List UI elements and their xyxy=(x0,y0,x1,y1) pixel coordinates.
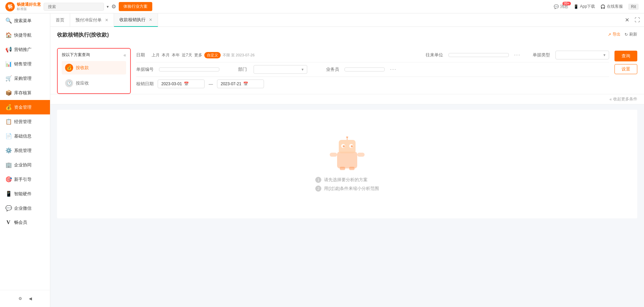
writeoff-date-to[interactable]: 2023-07-21 📅 xyxy=(217,80,264,88)
shortcut-7days[interactable]: 近7天 xyxy=(182,52,192,58)
custom-date-badge[interactable]: 自定义 xyxy=(204,52,221,58)
filter-row-3: 核销日期 2023-03-01 📅 — 2023-07-21 📅 xyxy=(136,77,609,91)
collapse-icon: « xyxy=(609,97,612,102)
sidebar-item-system[interactable]: ⚙️ 系统管理 xyxy=(0,143,50,158)
sidebar-item-enterprise[interactable]: 🏢 企业协同 xyxy=(0,158,50,172)
sidebar-label-sales: 销售管理 xyxy=(14,61,32,67)
date-to-value: 2023-07-21 xyxy=(221,82,241,86)
doc-type-arrow: ▾ xyxy=(603,53,605,57)
collapse-more-label: 收起更多条件 xyxy=(613,96,637,102)
calendar-to-icon: 📅 xyxy=(243,82,248,86)
sidebar-item-wechat[interactable]: 💬 企业微信 xyxy=(0,201,50,215)
svg-rect-10 xyxy=(340,167,345,170)
app-download-item[interactable]: 📱 App下载 xyxy=(574,4,595,9)
top-search-input[interactable] xyxy=(44,3,104,11)
svg-rect-11 xyxy=(349,167,355,170)
filter-option-receivable[interactable]: 🕐 按应收 xyxy=(62,76,126,90)
empty-hint-2: 2 用[过滤]条件来缩小分析范围 xyxy=(315,186,379,192)
top-bar: 畅 畅捷通好生意 标准版 ▾ ⚙ 体验行业方案 💬 消息 99+ 📱 App下载… xyxy=(0,0,644,13)
top-bar-right: 💬 消息 99+ 📱 App下载 🎧 在线客服 Rit xyxy=(554,4,639,10)
message-item[interactable]: 💬 消息 99+ xyxy=(554,4,568,9)
tab-bar-actions: ✕ ⛶ xyxy=(621,15,644,24)
tab-prepay[interactable]: 预付冲应付单 ✕ xyxy=(70,13,114,27)
shortcut-this-year[interactable]: 本年 xyxy=(172,52,180,58)
sidebar-label-system: 系统管理 xyxy=(14,148,32,154)
sidebar-item-shortcut[interactable]: 🏠 快捷导航 xyxy=(0,28,50,42)
sidebar-item-search[interactable]: 🔍 搜索菜单 xyxy=(0,13,50,28)
doc-type-label: 单据类型 xyxy=(533,52,550,58)
sidebar-item-basic[interactable]: 📄 基础信息 xyxy=(0,129,50,143)
svg-point-4 xyxy=(343,145,345,147)
filter-option-receipt[interactable]: 💰 按收款 xyxy=(62,61,126,74)
export-label: 导出 xyxy=(612,32,621,37)
tab-close-window-btn[interactable]: ✕ xyxy=(624,15,631,24)
filter-rows: 日期 上月 本月 本年 近7天 更多 自定义 不限 至 2023-07-26 往… xyxy=(136,48,609,94)
robot-svg xyxy=(327,137,367,170)
filter-collapse-icon[interactable]: « xyxy=(123,52,126,58)
export-button[interactable]: ↗ 导出 xyxy=(608,32,621,37)
sidebar-item-sales[interactable]: 📊 销售管理 xyxy=(0,57,50,71)
hardware-icon: 📱 xyxy=(5,191,11,197)
filter-collapse-more-row: « 收起更多条件 xyxy=(50,94,644,104)
svg-point-7 xyxy=(346,137,348,138)
guide-icon: 🎯 xyxy=(5,176,11,183)
brand-version: 标准版 xyxy=(17,7,41,11)
filter-settings-button[interactable]: 设置 xyxy=(614,64,637,74)
sidebar-item-purchase[interactable]: 🛒 采购管理 xyxy=(0,71,50,86)
counterpart-more-dots[interactable]: ··· xyxy=(514,52,521,58)
refresh-label: 刷新 xyxy=(629,32,637,37)
member-icon: V xyxy=(5,219,11,225)
sidebar-item-inventory[interactable]: 📦 库存核算 xyxy=(0,86,50,100)
svg-rect-8 xyxy=(330,153,337,157)
empty-hint-1-text: 请先选择要分析的方案 xyxy=(324,177,368,183)
username-display[interactable]: Rit xyxy=(628,4,639,10)
tab-receipt-writeoff[interactable]: 收款核销执行 ✕ xyxy=(114,13,158,27)
collapse-more-button[interactable]: « 收起更多条件 xyxy=(609,96,637,102)
dropdown-icon[interactable]: ▾ xyxy=(107,4,109,9)
tab-home[interactable]: 首页 xyxy=(50,13,70,27)
industry-solution-button[interactable]: 体验行业方案 xyxy=(119,2,152,11)
shortcut-more[interactable]: 更多 xyxy=(194,52,202,58)
doc-num-label: 单据编号 xyxy=(136,66,154,72)
hint-step-2-icon: 2 xyxy=(315,186,321,192)
sidebar-item-finance[interactable]: 💰 资金管理 xyxy=(0,100,50,114)
service-icon: 🎧 xyxy=(600,4,605,9)
staff-input[interactable] xyxy=(344,67,385,71)
sidebar-item-operation[interactable]: 📋 经营管理 xyxy=(0,114,50,129)
shortcut-this-month[interactable]: 本月 xyxy=(162,52,170,58)
dept-select[interactable]: ▾ xyxy=(254,65,307,74)
tab-expand-btn[interactable]: ⛶ xyxy=(633,16,641,24)
sidebar-item-member[interactable]: V 畅会员 xyxy=(0,215,50,229)
tab-receipt-close[interactable]: ✕ xyxy=(149,17,152,22)
settings-icon[interactable]: ⚙ xyxy=(111,3,116,10)
counterpart-input[interactable] xyxy=(448,53,509,57)
sidebar-bottom-settings[interactable]: ⚙ ◀ xyxy=(0,293,50,304)
date-from-value: 2023-03-01 xyxy=(161,82,182,86)
tab-bar: 首页 预付冲应付单 ✕ 收款核销执行 ✕ ✕ ⛶ xyxy=(50,13,644,27)
doc-num-input[interactable] xyxy=(159,67,219,71)
receivable-option-icon: 🕐 xyxy=(65,79,73,87)
finance-icon: 💰 xyxy=(5,104,11,110)
writeoff-date-from[interactable]: 2023-03-01 📅 xyxy=(158,80,205,88)
dept-label: 部门 xyxy=(238,66,248,72)
shortcut-last-month[interactable]: 上月 xyxy=(152,52,160,58)
sidebar-item-guide[interactable]: 🎯 新手引导 xyxy=(0,172,50,187)
date-label: 日期 xyxy=(136,52,146,58)
bottom-collapse-icon: ◀ xyxy=(29,296,32,301)
sidebar-label-hardware: 智能硬件 xyxy=(14,191,32,197)
top-bar-left: 畅 畅捷通好生意 标准版 ▾ ⚙ 体验行业方案 xyxy=(5,2,152,11)
message-badge: 99+ xyxy=(562,2,571,5)
filter-row-2: 单据编号 部门 ▾ 业务员 ··· xyxy=(136,62,609,77)
content-area: 首页 预付冲应付单 ✕ 收款核销执行 ✕ ✕ ⛶ 收款核销执行(按收款) ↗ xyxy=(50,13,644,307)
sidebar-item-marketing[interactable]: 📢 营销推广 xyxy=(0,42,50,57)
sales-icon: 📊 xyxy=(5,61,11,67)
query-button[interactable]: 查询 xyxy=(614,51,637,61)
refresh-button[interactable]: ↻ 刷新 xyxy=(625,32,637,37)
staff-more-dots[interactable]: ··· xyxy=(390,66,396,72)
online-service-label: 在线客服 xyxy=(607,4,623,9)
doc-type-select[interactable]: ▾ xyxy=(555,51,609,59)
tab-prepay-close[interactable]: ✕ xyxy=(105,18,108,22)
message-icon: 💬 xyxy=(554,4,559,9)
sidebar-item-hardware[interactable]: 📱 智能硬件 xyxy=(0,187,50,201)
online-service-item[interactable]: 🎧 在线客服 xyxy=(600,4,623,9)
